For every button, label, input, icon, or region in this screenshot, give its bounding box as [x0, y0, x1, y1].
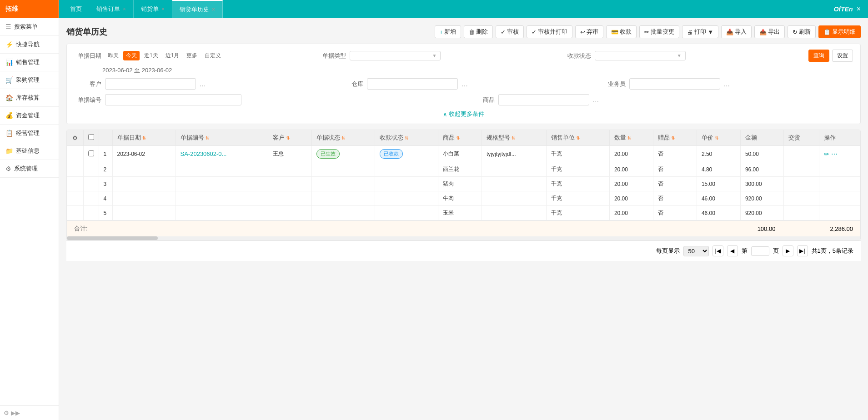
sort-price-icon[interactable]: ⇅ [715, 135, 718, 140]
warehouse-input[interactable] [367, 78, 458, 90]
sidebar-item-quick-nav[interactable]: ⚡ 快捷导航 [0, 36, 59, 54]
table-scroll-bar[interactable] [67, 236, 860, 240]
sidebar-item-base-info[interactable]: 📁 基础信息 [0, 142, 59, 160]
per-page-select[interactable]: 20 50 100 200 [683, 246, 709, 256]
th-spec[interactable]: 规格型号 ⇅ [482, 130, 547, 146]
tab-sales-history-close[interactable]: × [212, 6, 215, 13]
sort-qty-icon[interactable]: ⇅ [627, 135, 631, 140]
sidebar-item-operations[interactable]: 📋 经营管理 [0, 125, 59, 142]
th-check[interactable] [83, 130, 99, 146]
date-opt-more[interactable]: 更多 [184, 51, 200, 60]
row-check-cell[interactable] [83, 177, 99, 191]
th-goods[interactable]: 商品 ⇅ [438, 130, 482, 146]
sort-date-icon[interactable]: ⇅ [142, 135, 146, 140]
sidebar-item-inventory[interactable]: 🏠 库存核算 [0, 89, 59, 107]
row-customer [268, 162, 311, 177]
quick-nav-icon: ⚡ [5, 41, 13, 48]
row-edit-btn[interactable]: ✏ [824, 150, 829, 158]
tab-sales-goods[interactable]: 销货单 × [134, 0, 172, 18]
goods-input[interactable] [498, 94, 589, 105]
row-checkbox[interactable] [88, 150, 94, 156]
th-price[interactable]: 单价 ⇅ [697, 130, 740, 146]
pay-status-select[interactable]: ▼ [595, 51, 686, 60]
th-gift[interactable]: 赠品 ⇅ [653, 130, 697, 146]
th-docno[interactable]: 单据编号 ⇅ [176, 130, 268, 146]
date-opt-custom[interactable]: 自定义 [202, 51, 224, 60]
collapse-button[interactable]: ∧ 收起更多条件 [443, 110, 484, 118]
sidebar-item-search-menu[interactable]: ☰ 搜索菜单 [0, 18, 59, 36]
next-page-btn[interactable]: ▶ [783, 245, 793, 256]
row-num: 1 [99, 146, 112, 162]
tab-sales-history[interactable]: 销货单历史 × [172, 0, 223, 18]
docno-input[interactable] [105, 94, 241, 105]
th-doc-status[interactable]: 单据状态 ⇅ [311, 130, 375, 146]
row-check-cell[interactable] [83, 146, 99, 162]
salesperson-input[interactable] [629, 78, 720, 90]
date-opt-today[interactable]: 今天 [123, 51, 140, 60]
row-check-cell[interactable] [83, 191, 99, 206]
show-detail-button[interactable]: 📋 显示明细 [818, 25, 861, 38]
batch-change-button[interactable]: ✏ 批量变更 [639, 25, 679, 38]
sidebar-settings-icon[interactable]: ⚙ [4, 410, 9, 416]
select-all-checkbox[interactable] [88, 134, 94, 140]
page-number-input[interactable]: 1 [751, 246, 769, 256]
pay-status-filter-group: 收款状态 ▼ [564, 51, 801, 60]
sidebar-item-finance[interactable]: 💰 资金管理 [0, 107, 59, 125]
customer-filter-group: 客户 ... [74, 78, 329, 90]
add-button[interactable]: + 新增 [435, 25, 462, 38]
audit-print-button[interactable]: ✓ 审核并打印 [527, 25, 572, 38]
doc-type-select[interactable]: ▼ [350, 51, 441, 60]
table-scroll-thumb[interactable] [67, 236, 158, 240]
customer-dots[interactable]: ... [200, 80, 206, 88]
footer-values: 100.00 2,286.00 [485, 225, 853, 232]
tab-sales-order[interactable]: 销售订单 × [89, 0, 134, 18]
th-pay-status[interactable]: 收款状态 ⇅ [375, 130, 438, 146]
date-opt-last30[interactable]: 近1月 [163, 51, 182, 60]
sort-docno-icon[interactable]: ⇅ [206, 135, 209, 140]
sort-docstatus-icon[interactable]: ⇅ [341, 135, 345, 140]
tab-sales-goods-close[interactable]: × [161, 6, 165, 12]
refresh-button[interactable]: ↻ 刷新 [788, 25, 816, 38]
th-qty[interactable]: 数量 ⇅ [609, 130, 653, 146]
th-date[interactable]: 单据日期 ⇅ [112, 130, 176, 146]
sort-customer-icon[interactable]: ⇅ [286, 135, 290, 140]
date-opt-last7[interactable]: 近1天 [141, 51, 161, 60]
import-button[interactable]: 📥 导入 [721, 25, 752, 38]
tab-home[interactable]: 首页 [63, 0, 89, 18]
sort-spec-icon[interactable]: ⇅ [512, 135, 515, 140]
salesperson-dots[interactable]: ... [724, 80, 730, 88]
prev-page-btn[interactable]: ◀ [727, 245, 738, 256]
sort-paystatus-icon[interactable]: ⇅ [405, 135, 408, 140]
query-button[interactable]: 查询 [808, 50, 829, 62]
sidebar-collapse-icon[interactable]: ▶▶ [11, 410, 20, 416]
row-doc-no-link[interactable]: SA-20230602-0... [181, 150, 227, 157]
date-opt-yesterday[interactable]: 昨天 [105, 51, 121, 60]
abandon-button[interactable]: ↩ 弃审 [575, 25, 603, 38]
warehouse-dots[interactable]: ... [462, 80, 467, 88]
export-button[interactable]: 📤 导出 [754, 25, 785, 38]
th-unit[interactable]: 销售单位 ⇅ [546, 130, 609, 146]
tab-sales-order-close[interactable]: × [123, 6, 126, 12]
audit-button[interactable]: ✓ 审核 [496, 25, 524, 38]
th-customer[interactable]: 客户 ⇅ [268, 130, 311, 146]
row-doc-status [311, 162, 375, 177]
settings-filter-button[interactable]: 设置 [832, 50, 853, 62]
window-close-btn[interactable]: × [857, 5, 861, 13]
delete-button[interactable]: 🗑 删除 [464, 25, 493, 38]
first-page-btn[interactable]: |◀ [712, 245, 723, 256]
last-page-btn[interactable]: ▶| [797, 245, 808, 256]
row-check-cell[interactable] [83, 162, 99, 177]
sort-goods-icon[interactable]: ⇅ [456, 135, 460, 140]
sidebar-item-sales-mgmt[interactable]: 📊 销售管理 [0, 54, 59, 71]
collect-button[interactable]: 💳 收款 [606, 25, 637, 38]
sidebar-item-sys-mgmt[interactable]: ⚙ 系统管理 [0, 160, 59, 178]
sort-gift-icon[interactable]: ⇅ [671, 135, 675, 140]
print-button[interactable]: 🖨 打印 ▼ [682, 25, 718, 38]
sidebar-item-purchase-mgmt[interactable]: 🛒 采购管理 [0, 71, 59, 89]
th-gear[interactable]: ⚙ [67, 130, 83, 146]
goods-dots[interactable]: ... [593, 96, 599, 104]
customer-input[interactable] [105, 78, 196, 90]
sort-unit-icon[interactable]: ⇅ [576, 135, 580, 140]
row-more-btn[interactable]: ⋯ [831, 150, 838, 158]
row-check-cell[interactable] [83, 206, 99, 220]
